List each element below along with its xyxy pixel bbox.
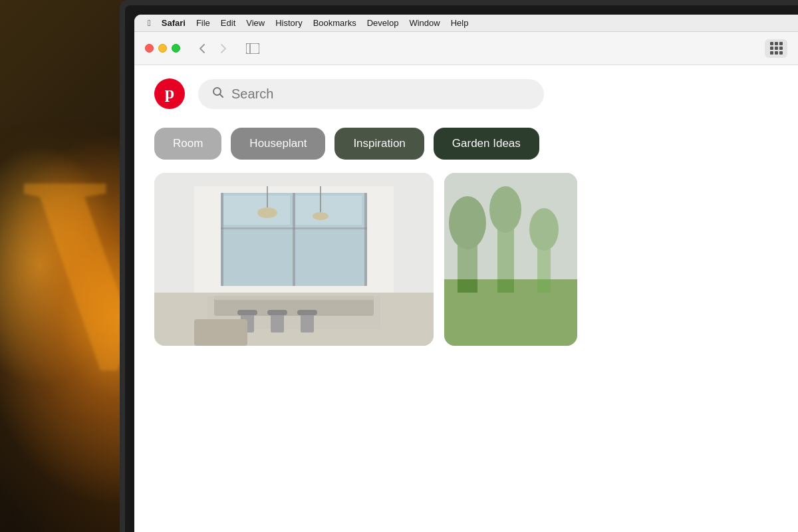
maximize-button[interactable]	[172, 44, 180, 53]
menu-develop[interactable]: Develop	[362, 15, 404, 31]
traffic-lights	[145, 44, 180, 53]
svg-rect-12	[295, 196, 362, 225]
svg-rect-24	[301, 313, 314, 332]
menu-history[interactable]: History	[270, 15, 307, 31]
svg-rect-21	[237, 310, 257, 315]
address-bar-area	[269, 39, 787, 58]
svg-rect-10	[221, 227, 367, 229]
nav-buttons	[192, 40, 233, 57]
menu-safari[interactable]: Safari	[156, 15, 191, 31]
pinterest-header: p Search	[134, 65, 798, 122]
svg-rect-35	[444, 173, 577, 279]
back-button[interactable]	[192, 40, 212, 57]
pinterest-logo[interactable]: p	[154, 78, 185, 109]
svg-rect-19	[214, 296, 374, 300]
search-bar[interactable]: Search	[198, 79, 544, 109]
svg-point-14	[257, 207, 277, 218]
apple-menu[interactable]: 	[142, 15, 156, 31]
tab-grid-icon	[770, 42, 783, 55]
laptop-bezel:  Safari File Edit View History Bookmark…	[120, 0, 798, 532]
page-content: p Search	[134, 65, 798, 532]
category-pill-inspiration[interactable]: Inspiration	[334, 128, 424, 160]
svg-rect-0	[246, 43, 259, 54]
svg-rect-11	[223, 196, 290, 225]
svg-rect-26	[194, 319, 247, 346]
laptop-inner:  Safari File Edit View History Bookmark…	[125, 5, 798, 532]
category-pill-garden-ideas[interactable]: Garden Ideas	[434, 128, 539, 160]
svg-rect-22	[271, 313, 284, 332]
menu-file[interactable]: File	[191, 15, 215, 31]
category-pill-houseplant[interactable]: Houseplant	[231, 128, 325, 160]
menu-view[interactable]: View	[241, 15, 270, 31]
pinterest-p-letter: p	[165, 83, 174, 103]
content-images	[134, 173, 798, 346]
menu-bar:  Safari File Edit View History Bookmark…	[134, 15, 798, 32]
svg-point-16	[313, 212, 329, 220]
sidebar-toggle-button[interactable]	[243, 40, 263, 57]
image-card-side[interactable]	[444, 173, 577, 346]
menu-window[interactable]: Window	[404, 15, 445, 31]
menu-bookmarks[interactable]: Bookmarks	[308, 15, 362, 31]
svg-rect-23	[267, 310, 287, 315]
minimize-button[interactable]	[158, 44, 167, 53]
search-placeholder-text: Search	[231, 86, 273, 102]
search-icon	[211, 86, 225, 102]
svg-rect-8	[293, 193, 295, 286]
category-pill-room[interactable]: Room	[154, 128, 221, 160]
menu-help[interactable]: Help	[446, 15, 474, 31]
category-row: Room Houseplant Inspiration Garden Ideas	[134, 122, 798, 173]
room-interior-image	[154, 173, 434, 346]
svg-rect-25	[297, 310, 317, 315]
scene: W  Safari File Edit View History Bookma…	[0, 0, 798, 532]
tab-overview-button[interactable]	[765, 39, 787, 58]
svg-rect-7	[221, 193, 223, 286]
close-button[interactable]	[145, 44, 154, 53]
browser-toolbar	[134, 32, 798, 65]
menu-edit[interactable]: Edit	[215, 15, 241, 31]
image-card-main[interactable]	[154, 173, 434, 346]
browser-window:  Safari File Edit View History Bookmark…	[134, 15, 798, 532]
svg-rect-9	[364, 193, 367, 286]
forward-button[interactable]	[213, 40, 233, 57]
